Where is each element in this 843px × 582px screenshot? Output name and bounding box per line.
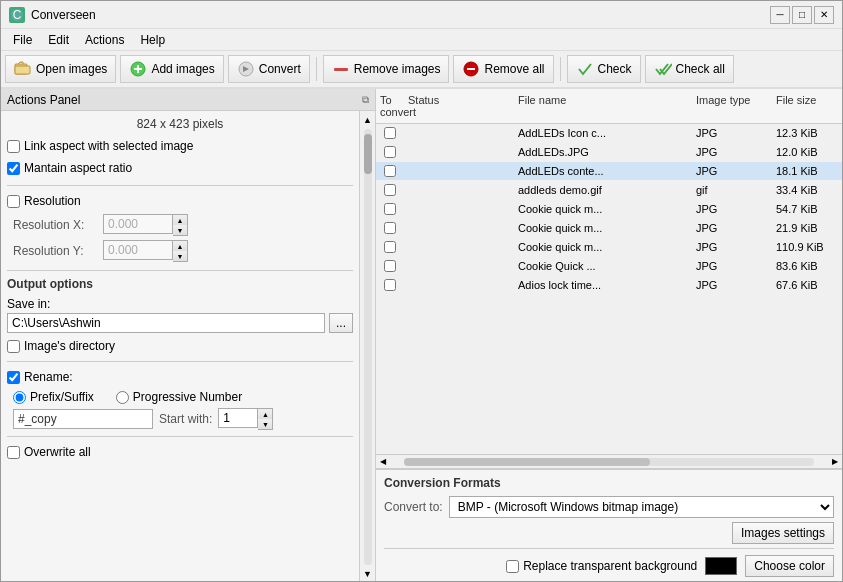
resolution-y-up[interactable]: ▲ <box>173 241 187 251</box>
resolution-x-spinner: ▲ ▼ <box>103 214 188 236</box>
table-row[interactable]: Cookie quick m... JPG 21.9 KiB <box>376 219 842 238</box>
check-button[interactable]: Check <box>567 55 641 83</box>
resolution-x-row: Resolution X: ▲ ▼ <box>13 214 353 236</box>
resolution-y-down[interactable]: ▼ <box>173 251 187 261</box>
table-row[interactable]: AddLEDs Icon c... JPG 12.3 KiB <box>376 124 842 143</box>
col-empty <box>464 92 514 120</box>
row-status <box>404 283 464 287</box>
link-aspect-checkbox[interactable] <box>7 140 20 153</box>
rename-row: Rename: <box>7 368 353 386</box>
row-checkbox[interactable] <box>384 222 396 234</box>
row-extra <box>464 264 514 268</box>
prefix-suffix-radio-row: Prefix/Suffix <box>13 390 94 404</box>
images-directory-checkbox[interactable] <box>7 340 20 353</box>
panel-title: Actions Panel <box>7 93 80 107</box>
color-box[interactable] <box>705 557 737 575</box>
row-checkbox[interactable] <box>384 279 396 291</box>
row-checkbox[interactable] <box>384 241 396 253</box>
col-file-size[interactable]: File size <box>772 92 842 120</box>
panel-scrollbar[interactable]: ▲ ▼ <box>359 111 375 582</box>
table-row[interactable]: Cookie Quick ... JPG 83.6 KiB <box>376 257 842 276</box>
resolution-x-down[interactable]: ▼ <box>173 225 187 235</box>
h-scroll-left-arrow[interactable]: ◀ <box>376 455 390 469</box>
menu-edit[interactable]: Edit <box>40 31 77 49</box>
remove-all-button[interactable]: Remove all <box>453 55 553 83</box>
menu-help[interactable]: Help <box>132 31 173 49</box>
row-filename: Cookie quick m... <box>514 201 692 217</box>
row-checkbox[interactable] <box>384 260 396 272</box>
maximize-button[interactable]: □ <box>792 6 812 24</box>
add-images-icon <box>129 60 147 78</box>
row-status <box>404 226 464 230</box>
row-checkbox[interactable] <box>384 203 396 215</box>
table-header: To convert Status File name Image type F… <box>376 89 842 124</box>
table-row[interactable]: Cookie quick m... JPG 110.9 KiB <box>376 238 842 257</box>
col-image-type[interactable]: Image type <box>692 92 772 120</box>
table-row[interactable]: AddLEDs conte... JPG 18.1 KiB <box>376 162 842 181</box>
remove-images-button[interactable]: Remove images <box>323 55 450 83</box>
remove-all-icon <box>462 60 480 78</box>
panel-resize-icon[interactable]: ⧉ <box>362 94 369 106</box>
close-button[interactable]: ✕ <box>814 6 834 24</box>
table-row[interactable]: AddLEDs.JPG JPG 12.0 KiB <box>376 143 842 162</box>
dimension-section: 824 x 423 pixels Link aspect with select… <box>7 117 353 177</box>
row-type: gif <box>692 182 772 198</box>
h-scrollbar[interactable]: ◀ ▶ <box>376 454 842 468</box>
check-all-button[interactable]: Check all <box>645 55 734 83</box>
start-with-down[interactable]: ▼ <box>258 419 272 429</box>
col-filename[interactable]: File name <box>514 92 692 120</box>
open-images-label: Open images <box>36 62 107 76</box>
row-checkbox[interactable] <box>384 184 396 196</box>
browse-button[interactable]: ... <box>329 313 353 333</box>
row-check-cell <box>376 182 404 198</box>
scroll-down-arrow[interactable]: ▼ <box>361 567 374 581</box>
table-row[interactable]: Adios lock time... JPG 67.6 KiB <box>376 276 842 295</box>
row-check-cell <box>376 163 404 179</box>
resolution-x-up[interactable]: ▲ <box>173 215 187 225</box>
panel-header: Actions Panel ⧉ <box>1 89 375 111</box>
prefix-suffix-radio[interactable] <box>13 391 26 404</box>
scroll-up-arrow[interactable]: ▲ <box>361 113 374 127</box>
menu-actions[interactable]: Actions <box>77 31 132 49</box>
rename-checkbox[interactable] <box>7 371 20 384</box>
progressive-radio[interactable] <box>116 391 129 404</box>
start-with-input[interactable] <box>218 408 258 428</box>
row-check-cell <box>376 239 404 255</box>
table-row[interactable]: addleds demo.gif gif 33.4 KiB <box>376 181 842 200</box>
check-all-icon <box>654 60 672 78</box>
maintain-aspect-checkbox[interactable] <box>7 162 20 175</box>
row-checkbox[interactable] <box>384 146 396 158</box>
convert-label: Convert <box>259 62 301 76</box>
h-scroll-thumb[interactable] <box>404 458 650 466</box>
replace-transparent-checkbox[interactable] <box>506 560 519 573</box>
output-options-section: Output options Save in: ... Image's dire… <box>7 277 353 461</box>
resolution-y-input[interactable] <box>103 240 173 260</box>
col-to-convert[interactable]: To convert <box>376 92 404 120</box>
overwrite-all-checkbox[interactable] <box>7 446 20 459</box>
row-status <box>404 131 464 135</box>
start-with-up[interactable]: ▲ <box>258 409 272 419</box>
row-checkbox[interactable] <box>384 127 396 139</box>
row-check-cell <box>376 277 404 293</box>
add-images-button[interactable]: Add images <box>120 55 223 83</box>
resolution-x-input[interactable] <box>103 214 173 234</box>
row-status <box>404 188 464 192</box>
minimize-button[interactable]: ─ <box>770 6 790 24</box>
h-scroll-right-arrow[interactable]: ▶ <box>828 455 842 469</box>
scroll-thumb[interactable] <box>364 134 372 174</box>
menu-file[interactable]: File <box>5 31 40 49</box>
table-row[interactable]: Cookie quick m... JPG 54.7 KiB <box>376 200 842 219</box>
convert-button[interactable]: Convert <box>228 55 310 83</box>
col-status[interactable]: Status <box>404 92 464 120</box>
check-all-label: Check all <box>676 62 725 76</box>
choose-color-button[interactable]: Choose color <box>745 555 834 577</box>
overwrite-all-row: Overwrite all <box>7 443 353 461</box>
save-in-input[interactable] <box>7 313 325 333</box>
images-settings-button[interactable]: Images settings <box>732 522 834 544</box>
open-images-button[interactable]: Open images <box>5 55 116 83</box>
rename-text-input[interactable] <box>13 409 153 429</box>
convert-to-select[interactable]: BMP - (Microsoft Windows bitmap image) <box>449 496 834 518</box>
resolution-checkbox[interactable] <box>7 195 20 208</box>
row-checkbox[interactable] <box>384 165 396 177</box>
save-in-label-row: Save in: <box>7 297 353 311</box>
